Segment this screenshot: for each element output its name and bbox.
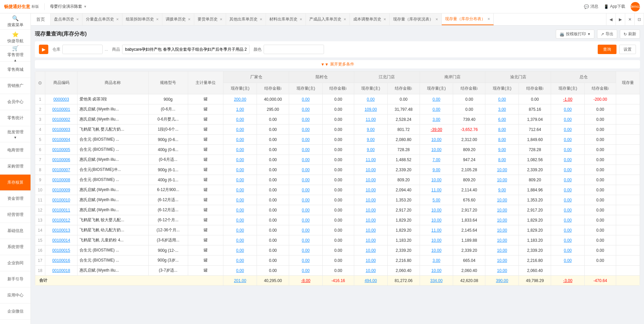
- row-jb-qty[interactable]: 10.00: [354, 235, 387, 245]
- row-na-qty[interactable]: 5.00: [420, 195, 453, 205]
- total-tot-qty[interactable]: -3.00: [551, 276, 585, 286]
- row-tot-qty[interactable]: 0.00: [551, 215, 585, 225]
- sidebar-item-system[interactable]: 系统管理: [0, 239, 31, 255]
- row-yb-qty[interactable]: 10.00: [485, 195, 519, 205]
- user-avatar[interactable]: demo2: [631, 2, 640, 11]
- row-yb-qty[interactable]: 3.00: [485, 104, 519, 114]
- na-amt-info[interactable]: ℹ: [477, 87, 478, 90]
- row-na-qty[interactable]: 10.00: [420, 245, 453, 256]
- tab-nav-right[interactable]: ▶: [616, 13, 625, 25]
- row-yb-qty[interactable]: 10.00: [485, 205, 519, 215]
- row-tot-qty[interactable]: 0.00: [551, 104, 585, 114]
- system-selector[interactable]: 母婴行业演示陈套 ▼: [50, 4, 87, 9]
- row-m-qty[interactable]: 0.00: [289, 195, 323, 205]
- tab-transfer[interactable]: 调拨单历史 ✕: [162, 13, 194, 25]
- row-yb-qty[interactable]: 0.00: [485, 94, 519, 104]
- row-jb-qty[interactable]: 10.00: [354, 266, 387, 276]
- tab-requisition[interactable]: 要货单历史 ✕: [194, 13, 226, 25]
- row-na-qty[interactable]: 3.00: [420, 114, 453, 125]
- row-na-qty[interactable]: 11.00: [420, 185, 453, 195]
- row-na-qty[interactable]: -39.00: [420, 125, 453, 135]
- search-expand-btn[interactable]: ▶: [39, 45, 48, 54]
- row-yb-qty[interactable]: 10.00: [485, 256, 519, 266]
- row-f-qty[interactable]: 0.00: [223, 175, 257, 185]
- row-yb-qty[interactable]: 9.00: [485, 185, 519, 195]
- sidebar-item-appcenter[interactable]: 应用中心: [0, 287, 31, 304]
- f-amt-info[interactable]: ℹ: [280, 87, 282, 90]
- row-code[interactable]: 00100012: [45, 215, 77, 225]
- row-code[interactable]: 0000003: [45, 94, 77, 104]
- total-na-qty[interactable]: 334.00: [420, 276, 453, 286]
- row-jb-qty[interactable]: 10.00: [354, 225, 387, 235]
- row-na-qty[interactable]: 0.00: [420, 94, 453, 104]
- sidebar-item-marketing[interactable]: 营销推广: [0, 78, 31, 94]
- tab-close-0[interactable]: ✕: [76, 17, 79, 21]
- tab-other-out[interactable]: 其他出库单历史 ✕: [226, 13, 266, 25]
- sidebar-item-ecommerce[interactable]: 电商管理: [0, 142, 31, 158]
- row-jb-qty[interactable]: 10.00: [354, 195, 387, 205]
- row-m-qty[interactable]: 0.00: [289, 185, 323, 195]
- row-jb-qty[interactable]: 10.00: [354, 256, 387, 266]
- tab-close-2[interactable]: ✕: [156, 17, 159, 21]
- row-f-qty[interactable]: 0.00: [223, 125, 257, 135]
- row-yb-qty[interactable]: 10.00: [485, 225, 519, 235]
- row-tot-qty[interactable]: [551, 266, 585, 276]
- row-na-qty[interactable]: 10.00: [420, 205, 453, 215]
- row-m-qty[interactable]: 0.00: [289, 205, 323, 215]
- row-code[interactable]: 00100002: [45, 114, 77, 125]
- sidebar-item-inventory[interactable]: 库存核算: [0, 175, 31, 191]
- row-tot-qty[interactable]: 0.00: [551, 205, 585, 215]
- row-m-qty[interactable]: 0.00: [289, 245, 323, 256]
- row-code[interactable]: 00100005: [45, 145, 77, 155]
- query-button[interactable]: 查询: [598, 45, 616, 54]
- row-jb-qty[interactable]: 10.00: [354, 245, 387, 256]
- row-na-qty[interactable]: 10.00: [420, 175, 453, 185]
- row-yb-qty[interactable]: 6.00: [485, 114, 519, 125]
- row-f-qty[interactable]: 0.00: [223, 215, 257, 225]
- row-m-qty[interactable]: 0.00: [289, 175, 323, 185]
- row-f-qty[interactable]: 0.00: [223, 235, 257, 245]
- row-jb-qty[interactable]: 11.00: [354, 155, 387, 165]
- tab-assembly[interactable]: 组装拆卸单历史 ✕: [122, 13, 162, 25]
- row-f-qty[interactable]: 0.00: [223, 245, 257, 256]
- row-yb-qty[interactable]: 10.00: [485, 215, 519, 225]
- row-m-qty[interactable]: 0.00: [289, 215, 323, 225]
- row-m-qty[interactable]: 0.00: [289, 225, 323, 235]
- row-f-qty[interactable]: 0.00: [223, 165, 257, 175]
- row-tot-qty[interactable]: 0.00: [551, 125, 585, 135]
- row-m-qty[interactable]: 0.00: [289, 135, 323, 145]
- refresh-btn[interactable]: ↻ 刷新: [620, 30, 640, 39]
- sidebar-item-retail-store[interactable]: 零售商城: [0, 62, 31, 78]
- row-na-qty[interactable]: 10.00: [420, 135, 453, 145]
- total-jb-qty[interactable]: 494.00: [354, 276, 387, 286]
- total-f-qty[interactable]: 201.00: [223, 276, 257, 286]
- row-tot-qty[interactable]: 0.00: [551, 256, 585, 266]
- tab-nav-left[interactable]: ◀: [606, 13, 616, 25]
- color-input[interactable]: [264, 45, 324, 54]
- app-download-btn[interactable]: 📱 App下载: [604, 4, 625, 9]
- message-btn[interactable]: 💬 消息: [584, 4, 598, 9]
- expand-more-btn[interactable]: ▼▼ 展开更多条件: [318, 61, 357, 67]
- m-amt-info[interactable]: ℹ: [345, 87, 347, 90]
- row-jb-qty[interactable]: 9.00: [354, 125, 387, 135]
- sidebar-item-basics[interactable]: 基础信息: [0, 223, 31, 239]
- tab-inventory-check[interactable]: 盘点单历史 ✕: [51, 13, 83, 25]
- row-na-qty[interactable]: 0.00: [420, 104, 453, 114]
- row-jb-qty[interactable]: 10.00: [354, 205, 387, 215]
- sidebar-item-member2[interactable]: 畅会员: [0, 320, 31, 324]
- row-na-qty[interactable]: 10.00: [420, 215, 453, 225]
- row-yb-qty[interactable]: 8.00: [485, 135, 519, 145]
- row-na-qty[interactable]: 3.00: [420, 256, 453, 266]
- print-btn[interactable]: 🖨️ 按模板打印 ▼: [556, 30, 594, 39]
- row-jb-qty[interactable]: 10.00: [354, 215, 387, 225]
- tab-close-3[interactable]: ✕: [188, 17, 191, 21]
- row-m-qty[interactable]: 0.00: [289, 145, 323, 155]
- sidebar-item-nav[interactable]: ⭐ 快捷导航: [0, 30, 31, 46]
- row-tot-qty[interactable]: 0.00: [551, 145, 585, 155]
- tab-material-out[interactable]: 材料出库单历史 ✕: [266, 13, 306, 25]
- row-f-qty[interactable]: 0.00: [223, 195, 257, 205]
- row-code[interactable]: 00100016: [45, 256, 77, 266]
- row-m-qty[interactable]: 0.00: [289, 256, 323, 266]
- tab-stock-status[interactable]: 现存量（库存状况表） ✕: [390, 13, 442, 25]
- row-f-qty[interactable]: 0.00: [223, 256, 257, 266]
